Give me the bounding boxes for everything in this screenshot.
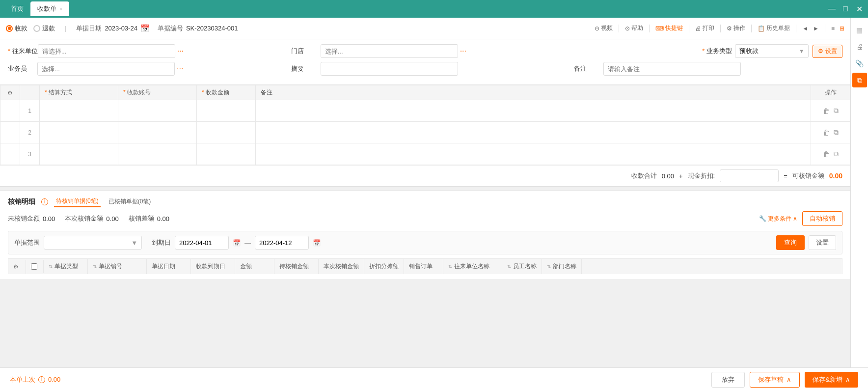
- bottom-actions: 放弃 保存草稿 ∧ 保存&新增 ∧: [711, 372, 858, 388]
- discard-button[interactable]: 放弃: [711, 372, 745, 388]
- td-jiesuan-1[interactable]: [40, 100, 118, 122]
- td-account-1[interactable]: [118, 100, 197, 122]
- receipt-table: ⚙ 结算方式 收款账号 收款金额 备注: [0, 85, 850, 165]
- biz-type-select[interactable]: 预收款 ▼: [735, 44, 809, 58]
- filter-actions: 查询 设置: [776, 235, 836, 250]
- nav-next-icon[interactable]: ►: [813, 25, 819, 32]
- table-row: 2 🗑 ⧉: [0, 122, 850, 143]
- td-amount-3[interactable]: [197, 143, 256, 165]
- summary-row: 收款合计 0.00 + 现金折扣: = 可核销金额 0.00: [0, 165, 850, 187]
- due-start-cal-icon[interactable]: 📅: [233, 239, 241, 247]
- delete-icon-1[interactable]: 🗑: [823, 107, 830, 115]
- td-setting-2: [0, 122, 20, 143]
- verify-tab-done[interactable]: 已核销单据(0笔): [107, 196, 153, 207]
- doc-range-select[interactable]: ▼: [44, 236, 142, 250]
- td-amount-1[interactable]: [197, 100, 256, 122]
- sub-th-setting[interactable]: ⚙: [8, 260, 26, 274]
- select-all-checkbox[interactable]: [31, 263, 37, 270]
- divider5: [751, 25, 752, 32]
- td-account-2[interactable]: [118, 122, 197, 143]
- summary-input[interactable]: [321, 62, 458, 76]
- tab-home[interactable]: 首页: [4, 1, 30, 16]
- radio-collection[interactable]: 收款: [6, 24, 27, 33]
- sub-th-discount: 折扣分摊额: [364, 259, 404, 274]
- form-row-1: 往来单位 ··· 门店 ··· 业务类型 预收款 ▼ ⚙ 设置: [8, 44, 842, 58]
- copy-icon-1[interactable]: ⧉: [834, 107, 839, 115]
- equals-sign: =: [784, 172, 787, 180]
- sort-icon-type: ⇅: [49, 264, 53, 269]
- td-index-3: 3: [20, 143, 40, 165]
- staff-more-btn[interactable]: ···: [177, 65, 183, 73]
- auto-verify-button[interactable]: 自动核销: [802, 211, 842, 226]
- tab-close-icon[interactable]: ×: [59, 6, 62, 12]
- more-conditions-btn[interactable]: 🔧 更多条件 ∧: [759, 215, 797, 223]
- history-link[interactable]: 📋 历史单据: [758, 24, 790, 32]
- prev-info-icon[interactable]: i: [38, 376, 45, 383]
- expand-icon[interactable]: ⊞: [840, 25, 844, 32]
- nav-prev-icon[interactable]: ◄: [802, 25, 808, 32]
- doc-date-label: 单据日期: [76, 24, 102, 33]
- doc-date-calendar-icon[interactable]: 📅: [140, 24, 150, 33]
- store-input[interactable]: [321, 44, 458, 58]
- form-settings-button[interactable]: ⚙ 设置: [813, 45, 842, 58]
- summary-label: 摘要: [291, 64, 321, 73]
- save-new-button[interactable]: 保存&新增 ∧: [805, 372, 858, 388]
- query-button[interactable]: 查询: [776, 235, 805, 250]
- operation-link[interactable]: ⚙ 操作: [727, 24, 745, 32]
- store-more-btn[interactable]: ···: [460, 47, 466, 55]
- discount-input[interactable]: [720, 169, 779, 182]
- sidebar-print-icon[interactable]: 🖨: [852, 39, 867, 54]
- sub-settings-button[interactable]: 设置: [809, 235, 836, 250]
- print-link[interactable]: 🖨 打印: [695, 24, 714, 32]
- staff-input[interactable]: [37, 62, 175, 76]
- copy-icon-2[interactable]: ⧉: [834, 128, 839, 137]
- prev-value: 0.00: [48, 376, 60, 383]
- delete-icon-3[interactable]: 🗑: [823, 150, 830, 158]
- due-end-input[interactable]: [255, 236, 309, 250]
- minimize-button[interactable]: —: [827, 4, 837, 13]
- td-setting-3: [0, 143, 20, 165]
- sidebar-screen-icon[interactable]: ⧉: [852, 73, 867, 87]
- shortcut-link[interactable]: ⌨ 快捷键: [655, 24, 683, 32]
- td-remark-1[interactable]: [256, 100, 811, 122]
- help-link[interactable]: ⊙ 帮助: [625, 24, 643, 32]
- counter-party-input[interactable]: [38, 44, 175, 58]
- verify-tab-pending[interactable]: 待核销单据(0笔): [54, 196, 101, 207]
- counter-party-more-btn[interactable]: ···: [177, 47, 184, 55]
- tab-receipt[interactable]: 收款单 ×: [30, 1, 69, 16]
- sidebar-table-icon[interactable]: ▦: [852, 23, 867, 37]
- td-jiesuan-2[interactable]: [40, 122, 118, 143]
- staff-label: 业务员: [8, 64, 37, 73]
- td-jiesuan-3[interactable]: [40, 143, 118, 165]
- maximize-button[interactable]: □: [841, 4, 850, 13]
- radio-refund[interactable]: 退款: [33, 24, 55, 33]
- due-end-cal-icon[interactable]: 📅: [313, 239, 321, 247]
- due-start-input[interactable]: [175, 236, 229, 250]
- save-new-arrow-icon: ∧: [845, 376, 850, 383]
- current-amount-item: 本次核销金额 0.00: [65, 214, 118, 223]
- td-remark-2[interactable]: [256, 122, 811, 143]
- counter-party-field: 往来单位 ···: [8, 44, 276, 58]
- sub-th-due-date: 收款到期日: [191, 259, 235, 274]
- delete-icon-2[interactable]: 🗑: [823, 129, 830, 137]
- remark-input[interactable]: [603, 62, 741, 76]
- menu-icon[interactable]: ≡: [831, 25, 835, 32]
- td-remark-3[interactable]: [256, 143, 811, 165]
- biz-type-field: 业务类型 预收款 ▼ ⚙ 设置: [574, 44, 842, 58]
- td-amount-2[interactable]: [197, 122, 256, 143]
- save-draft-button[interactable]: 保存草稿 ∧: [750, 372, 800, 388]
- divider6: [796, 25, 796, 32]
- td-account-3[interactable]: [118, 143, 197, 165]
- save-draft-label: 保存草稿: [758, 375, 784, 384]
- main-content: 收款 退款 | 单据日期 2023-03-24 📅 单据编号 SK-202303…: [0, 18, 850, 367]
- sidebar-attach-icon[interactable]: 📎: [852, 56, 867, 71]
- doc-num-field: 单据编号 SK-20230324-001: [158, 24, 238, 33]
- window-close-button[interactable]: ✕: [854, 4, 864, 14]
- verify-info-icon[interactable]: i: [41, 198, 48, 205]
- th-setting[interactable]: ⚙: [0, 85, 20, 100]
- sub-th-amount: 金额: [235, 259, 274, 274]
- doc-num-value: SK-20230324-001: [186, 25, 238, 32]
- video-link[interactable]: ⊙ 视频: [595, 24, 613, 32]
- sort-icon-dept: ⇅: [547, 264, 551, 269]
- copy-icon-3[interactable]: ⧉: [834, 150, 839, 158]
